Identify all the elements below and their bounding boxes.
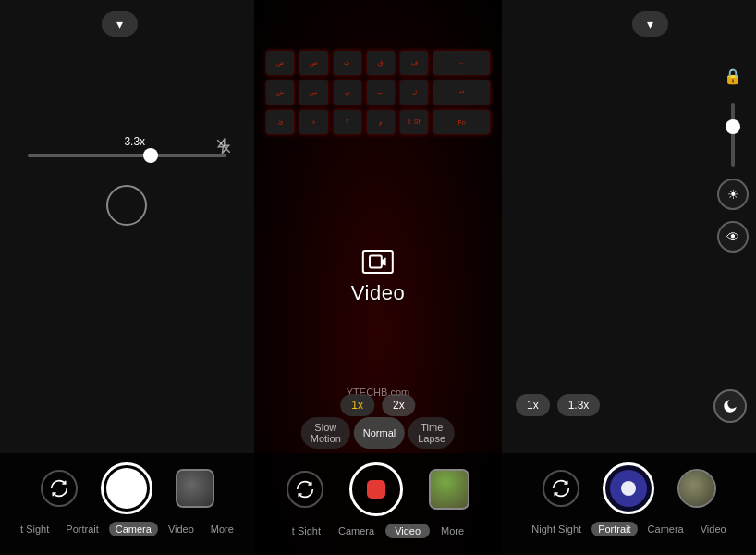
- right-bottom-controls: Night Sight Portrait Camera Video: [502, 453, 756, 555]
- left-tab-night-sight[interactable]: t Sight: [14, 522, 55, 536]
- key-1: ض: [265, 50, 295, 76]
- key-c: ؟: [333, 109, 362, 135]
- center-tab-camera[interactable]: Camera: [332, 524, 381, 538]
- brightness-icon-btn[interactable]: ☀: [717, 179, 749, 210]
- video-icon: [362, 250, 394, 274]
- brightness-slider[interactable]: [731, 103, 735, 167]
- video-mode-overlay: Video: [351, 250, 405, 305]
- video-mode-label: Video: [351, 281, 405, 305]
- center-panel: ض ص ث ق ف ← ش س ي ب ل ↵ ئ ء: [254, 0, 502, 555]
- right-shutter-btn[interactable]: [603, 462, 654, 514]
- right-shutter-dot: [621, 481, 636, 496]
- center-shutter-btn[interactable]: [349, 462, 403, 516]
- left-shutter-row: [0, 453, 254, 514]
- center-shutter-row: [254, 453, 502, 516]
- key-3: ث: [333, 50, 362, 76]
- svg-rect-1: [370, 256, 382, 268]
- lock-btn[interactable]: 🔒: [717, 60, 749, 92]
- zoom-slider[interactable]: [28, 154, 226, 157]
- left-circle-btn[interactable]: [106, 185, 147, 226]
- right-side-controls: 🔒 ☀ 👁: [717, 60, 749, 253]
- key-f: ب: [366, 80, 396, 105]
- left-thumbnail[interactable]: [176, 469, 214, 508]
- center-thumb-img: [431, 471, 468, 508]
- center-tab-video[interactable]: Video: [385, 524, 430, 538]
- key-d: ي: [333, 80, 362, 105]
- left-shutter-btn[interactable]: [101, 462, 152, 514]
- left-shutter-inner: [106, 468, 147, 509]
- center-zoom-buttons: 1x 2x: [340, 394, 415, 416]
- key-v: و: [366, 109, 396, 135]
- right-tab-video[interactable]: Video: [694, 522, 733, 536]
- camera-app: ▾ 3.3x: [0, 0, 756, 555]
- key-s: س: [299, 80, 328, 105]
- center-tab-more[interactable]: More: [434, 524, 470, 538]
- left-bottom-controls: t Sight Portrait Camera Video More: [0, 453, 254, 555]
- brightness-thumb: [726, 119, 740, 134]
- key-enter: ↵: [433, 80, 491, 105]
- keyboard-overlay: ض ص ث ق ف ← ش س ي ب ل ↵ ئ ء: [254, 46, 502, 142]
- right-zoom-1x[interactable]: 1x: [516, 394, 550, 416]
- left-no-flash-icon[interactable]: [207, 130, 240, 163]
- slow-motion-btn[interactable]: Slow Motion: [301, 417, 350, 449]
- zoom-2x-btn[interactable]: 2x: [382, 394, 416, 416]
- night-mode-icon-btn[interactable]: [713, 389, 747, 423]
- center-tab-night-sight[interactable]: t Sight: [286, 524, 327, 538]
- right-shutter-inner: [610, 470, 647, 507]
- left-tab-more[interactable]: More: [204, 522, 240, 536]
- right-tab-camera[interactable]: Camera: [641, 522, 690, 536]
- key-2: ص: [299, 50, 328, 76]
- time-lapse-btn[interactable]: Time Lapse: [408, 417, 455, 449]
- left-mode-tabs: t Sight Portrait Camera Video More: [0, 522, 254, 536]
- zoom-value-label: 3.3x: [124, 135, 145, 148]
- center-thumbnail[interactable]: [429, 469, 469, 510]
- zoom-slider-thumb: [143, 148, 158, 163]
- right-rotate-btn[interactable]: [543, 470, 579, 507]
- center-bottom-controls: t Sight Camera Video More: [254, 453, 502, 555]
- left-thumb-img: [177, 471, 213, 506]
- key-z: ئ: [265, 109, 295, 135]
- key-g: ل: [399, 80, 429, 105]
- right-shutter-row: [502, 453, 756, 514]
- left-top-dropdown[interactable]: ▾: [102, 11, 138, 37]
- right-zoom-1_3x[interactable]: 1.3x: [557, 394, 601, 416]
- key-4: ق: [366, 50, 396, 76]
- right-top-dropdown[interactable]: ▾: [632, 11, 668, 37]
- key-backspace: ←: [433, 50, 491, 76]
- right-tab-portrait[interactable]: Portrait: [591, 522, 637, 536]
- eye-btn[interactable]: 👁: [717, 221, 749, 253]
- normal-btn[interactable]: Normal: [354, 417, 405, 449]
- right-thumbnail[interactable]: [677, 469, 716, 508]
- zoom-1x-btn[interactable]: 1x: [340, 394, 374, 416]
- right-zoom-buttons: 1x 1.3x: [516, 394, 600, 416]
- key-x: ء: [299, 109, 328, 135]
- center-mode-bar: Slow Motion Normal Time Lapse: [301, 417, 455, 449]
- left-tab-camera[interactable]: Camera: [109, 522, 158, 536]
- right-panel: ▾ 🔒 ☀ 👁 1x 1.3x: [502, 0, 756, 555]
- left-rotate-btn[interactable]: [41, 470, 78, 507]
- left-tab-portrait[interactable]: Portrait: [59, 522, 104, 536]
- center-mode-tabs: t Sight Camera Video More: [254, 524, 502, 538]
- key-fn: Fn: [433, 109, 491, 135]
- right-thumb-img: [679, 471, 714, 506]
- key-a: ش: [265, 80, 295, 105]
- left-panel: ▾ 3.3x: [0, 0, 254, 555]
- left-tab-video[interactable]: Video: [162, 522, 201, 536]
- right-mode-tabs: Night Sight Portrait Camera Video: [502, 522, 756, 536]
- center-shutter-inner: [367, 480, 385, 499]
- key-shift: ⇧ Sh: [399, 109, 429, 135]
- key-5: ف: [399, 50, 429, 76]
- center-rotate-btn[interactable]: [287, 471, 323, 508]
- right-tab-night-sight[interactable]: Night Sight: [525, 522, 588, 536]
